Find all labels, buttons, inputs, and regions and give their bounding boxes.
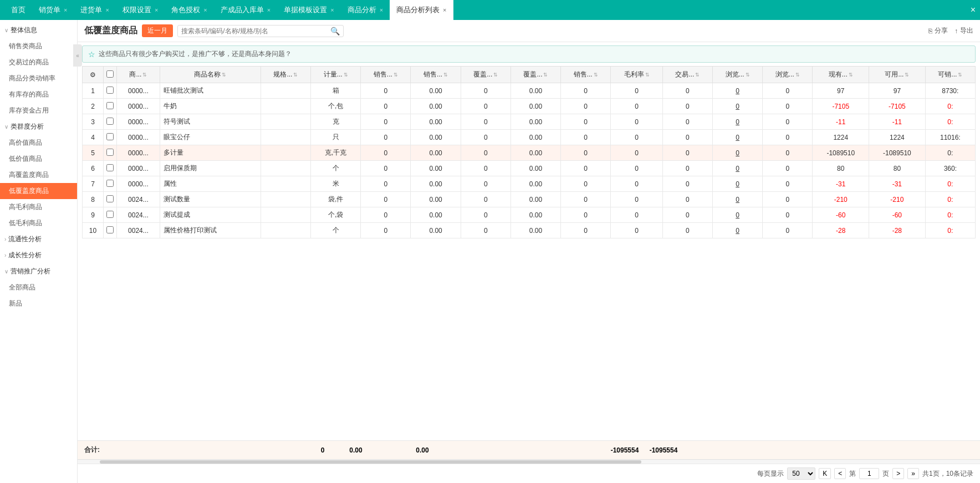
search-icon[interactable]: 🔍 xyxy=(330,27,340,35)
browse-link[interactable]: 0 xyxy=(736,118,739,126)
th-browse2[interactable]: 浏览...⇅ xyxy=(763,67,813,83)
select-all-checkbox[interactable] xyxy=(106,70,114,78)
sidebar-section-marketing[interactable]: ∨ 营销推广分析 xyxy=(0,263,77,279)
cell-check[interactable] xyxy=(104,192,117,207)
th-cover1[interactable]: 覆盖...⇅ xyxy=(461,67,511,83)
row-checkbox[interactable] xyxy=(106,118,114,125)
sidebar-item-low-gross[interactable]: 低毛利商品 xyxy=(0,215,77,231)
time-filter-button[interactable]: 近一月 xyxy=(142,24,173,37)
cell-browse1[interactable]: 0 xyxy=(713,161,763,176)
row-checkbox[interactable] xyxy=(106,211,114,218)
row-checkbox[interactable] xyxy=(106,180,114,187)
sidebar-collapse-button[interactable]: « xyxy=(73,44,82,67)
sidebar-item-low-value[interactable]: 低价值商品 xyxy=(0,151,77,167)
first-page-button[interactable]: K xyxy=(819,468,831,479)
nav-close-icon[interactable]: × xyxy=(267,7,270,13)
th-sales-amt[interactable]: 销售...⇅ xyxy=(411,67,461,83)
row-checkbox[interactable] xyxy=(106,102,114,109)
sidebar-item-category-turnover[interactable]: 商品分类动销率 xyxy=(0,70,77,87)
cell-check[interactable] xyxy=(104,207,117,223)
browse-link[interactable]: 0 xyxy=(736,149,739,157)
sidebar-item-high-coverage[interactable]: 高覆盖度商品 xyxy=(0,167,77,183)
nav-product-analysis-list[interactable]: 商品分析列表 × xyxy=(390,0,453,20)
th-sales-qty[interactable]: 销售...⇅ xyxy=(361,67,411,83)
sidebar-item-high-value[interactable]: 高价值商品 xyxy=(0,135,77,151)
horizontal-scrollbar[interactable] xyxy=(78,459,980,464)
row-checkbox[interactable] xyxy=(106,87,114,94)
nav-close-icon[interactable]: × xyxy=(380,7,383,13)
cell-browse1[interactable]: 0 xyxy=(713,192,763,207)
share-button[interactable]: ⎘ 分享 xyxy=(928,26,948,35)
nav-home[interactable]: 首页 xyxy=(4,0,32,20)
th-cover2[interactable]: 覆盖...⇅ xyxy=(511,67,560,83)
nav-role-auth[interactable]: 角色授权 × xyxy=(165,0,213,20)
th-unit[interactable]: 计量...⇅ xyxy=(311,67,361,83)
next-page-button[interactable]: > xyxy=(892,468,904,479)
sidebar-item-low-coverage[interactable]: 低覆盖度商品 xyxy=(0,183,77,199)
row-checkbox[interactable] xyxy=(106,164,114,171)
nav-close-icon[interactable]: × xyxy=(203,7,207,13)
prev-page-button[interactable]: < xyxy=(834,468,846,479)
cell-browse1[interactable]: 0 xyxy=(713,207,763,223)
cell-browse1[interactable]: 0 xyxy=(713,223,763,238)
sidebar-item-inventory-capital[interactable]: 库存资金占用 xyxy=(0,103,77,119)
nav-close-icon[interactable]: × xyxy=(443,7,446,13)
browse-link[interactable]: 0 xyxy=(736,87,739,95)
nav-doc-template[interactable]: 单据模板设置 × xyxy=(277,0,340,20)
sidebar-section-cluster[interactable]: ∨ 类群度分析 xyxy=(0,119,77,135)
sidebar-item-high-gross[interactable]: 高毛利商品 xyxy=(0,199,77,215)
th-settings[interactable]: ⚙ xyxy=(83,67,104,83)
nav-product-inbound[interactable]: 产成品入库单 × xyxy=(214,0,277,20)
search-input[interactable] xyxy=(181,27,330,35)
browse-link[interactable]: 0 xyxy=(736,196,739,204)
sidebar-section-growth[interactable]: › 成长性分析 xyxy=(0,247,77,263)
sidebar-item-all-goods[interactable]: 全部商品 xyxy=(0,279,77,296)
row-checkbox[interactable] xyxy=(106,195,114,202)
cell-check[interactable] xyxy=(104,83,117,99)
cell-check[interactable] xyxy=(104,145,117,161)
th-current-stock[interactable]: 现有...⇅ xyxy=(813,67,869,83)
th-saleable[interactable]: 可销...⇅ xyxy=(925,67,975,83)
export-button[interactable]: ↑ 导出 xyxy=(955,26,973,35)
sidebar-section-overall[interactable]: ∨ 整体信息 xyxy=(0,22,77,38)
nav-close-icon[interactable]: × xyxy=(330,7,334,13)
nav-close-icon[interactable]: × xyxy=(105,7,109,13)
cell-check[interactable] xyxy=(104,130,117,145)
nav-product-analysis[interactable]: 商品分析 × xyxy=(341,0,390,20)
browse-link[interactable]: 0 xyxy=(736,180,739,188)
sidebar-item-sales-goods[interactable]: 销售类商品 xyxy=(0,38,77,54)
sidebar-item-stock-goods[interactable]: 有库存的商品 xyxy=(0,87,77,103)
cell-browse1[interactable]: 0 xyxy=(713,176,763,192)
cell-check[interactable] xyxy=(104,161,117,176)
th-browse1[interactable]: 浏览...⇅ xyxy=(713,67,763,83)
browse-link[interactable]: 0 xyxy=(736,103,739,110)
nav-sales-order[interactable]: 销货单 × xyxy=(32,0,74,20)
cell-browse1[interactable]: 0 xyxy=(713,99,763,114)
browse-link[interactable]: 0 xyxy=(736,211,739,219)
nav-close-icon[interactable]: × xyxy=(155,7,158,13)
row-checkbox[interactable] xyxy=(106,149,114,156)
sidebar-section-circulation[interactable]: › 流通性分析 xyxy=(0,231,77,247)
sidebar-item-new-goods[interactable]: 新品 xyxy=(0,296,77,312)
nav-purchase-order[interactable]: 进货单 × xyxy=(74,0,115,20)
per-page-select[interactable]: 50 20 100 200 xyxy=(787,467,815,480)
cell-browse1[interactable]: 0 xyxy=(713,114,763,130)
row-checkbox[interactable] xyxy=(106,226,114,233)
th-trade[interactable]: 交易...⇅ xyxy=(662,67,712,83)
browse-link[interactable]: 0 xyxy=(736,134,739,141)
cell-check[interactable] xyxy=(104,114,117,130)
nav-permission-settings[interactable]: 权限设置 × xyxy=(116,0,165,20)
cell-check[interactable] xyxy=(104,176,117,192)
cell-browse1[interactable]: 0 xyxy=(713,145,763,161)
th-name[interactable]: 商品名称⇅ xyxy=(160,67,261,83)
browse-link[interactable]: 0 xyxy=(736,165,739,172)
nav-close-icon[interactable]: × xyxy=(64,7,67,13)
th-available[interactable]: 可用...⇅ xyxy=(869,67,926,83)
th-spec[interactable]: 规格...⇅ xyxy=(261,67,310,83)
th-code[interactable]: 商...⇅ xyxy=(117,67,160,83)
table-container[interactable]: ⚙ 商...⇅ 商品名称⇅ 规格...⇅ 计量...⇅ 销售...⇅ 销售...… xyxy=(82,66,976,440)
cell-browse1[interactable]: 0 xyxy=(713,83,763,99)
page-number-input[interactable] xyxy=(859,468,879,479)
cell-check[interactable] xyxy=(104,223,117,238)
th-sales2[interactable]: 销售...⇅ xyxy=(561,67,611,83)
